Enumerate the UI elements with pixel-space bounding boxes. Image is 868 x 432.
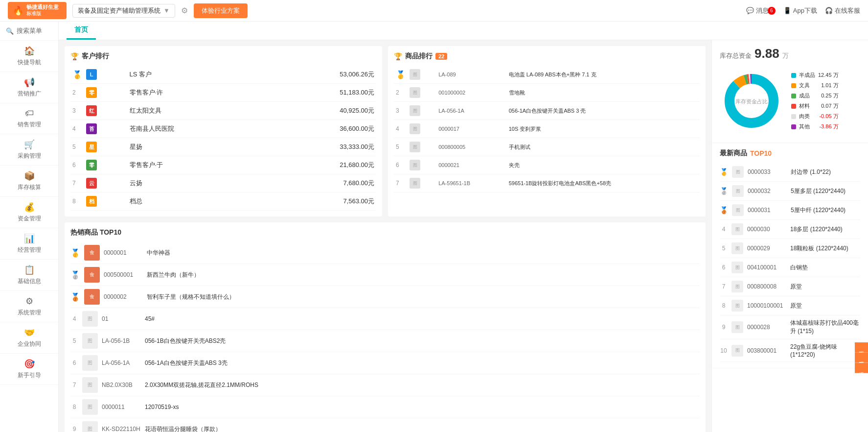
rank-num: 5 <box>70 138 84 156</box>
rank-avatar-cell: 星 <box>84 138 126 156</box>
legend-item: 其他 -3.86 万 <box>791 123 839 130</box>
medal-gold: 🥇 <box>70 248 80 258</box>
hot-code: LA-056-1A <box>102 360 141 366</box>
legend-name: 成品 <box>799 92 818 99</box>
hot-img-placeholder: 图 <box>82 355 98 371</box>
legend-item: 文具 1.01 万 <box>791 82 839 89</box>
np-img: 图 <box>732 166 744 178</box>
prod-code: 001000002 <box>436 84 507 102</box>
legend-name: 文具 <box>799 82 818 89</box>
float-btn-service[interactable]: 客服热线 <box>855 342 868 353</box>
sidebar-item-basic[interactable]: 📋 基础信息 <box>0 260 58 291</box>
sidebar-label: 营销推广 <box>18 90 41 98</box>
sidebar-item-marketing[interactable]: 📢 营销推广 <box>0 72 58 103</box>
rank-avatar-cell: 云 <box>84 174 126 192</box>
corp-icon: 🤝 <box>24 327 35 338</box>
np-name: 18颗粒板 (1220*2440) <box>790 244 860 253</box>
np-code: 0000033 <box>748 168 787 175</box>
sidebar-label: 资金管理 <box>18 215 41 223</box>
legend-value: 0.07 万 <box>821 102 838 110</box>
system-selector[interactable]: 装备及固定资产辅助管理系统 ▼ <box>72 4 175 18</box>
finance-icon: 💰 <box>24 202 35 213</box>
table-row: 3 图 LA-056-1A 056-1A白色按键开关盖ABS 3 壳 <box>394 102 700 120</box>
sidebar-search[interactable]: 🔍 搜索菜单 <box>0 22 58 41</box>
online-service-btn[interactable]: 🎧 在线客服 <box>825 6 860 15</box>
prod-name: 10S 变刹罗浆 <box>507 120 700 138</box>
sidebar-item-operation[interactable]: 📊 经营管理 <box>0 228 58 260</box>
sidebar-label: 企业协同 <box>18 340 41 348</box>
np-code: 004100001 <box>747 264 786 271</box>
rank-name: 云扬 <box>126 174 268 192</box>
search-label: 搜索菜单 <box>17 26 42 35</box>
list-item: 🥈 图 0000032 5厘多层 (1220*2440) <box>720 182 860 201</box>
table-row: 4 图 0000017 10S 变刹罗浆 <box>394 120 700 138</box>
legend-item: 半成品 12.45 万 <box>791 72 839 79</box>
sidebar-item-quick-nav[interactable]: 🏠 快捷导航 <box>0 41 58 72</box>
brand-logo: 🔥 畅捷通好生意 标准版 <box>8 2 67 19</box>
hot-name: 2.0X30MM双搓花轴,搓花直径2.1MM/ROHS <box>145 381 700 389</box>
hot-img-placeholder: 图 <box>82 333 98 349</box>
legend-value: -3.86 万 <box>819 123 838 130</box>
legend-dot <box>791 83 796 88</box>
hot-name: 056-1B白色按键开关壳ABS2壳 <box>145 337 700 345</box>
table-row: 2 零 零售客户·许 51,183.00元 <box>70 84 376 102</box>
rank-avatar: 档 <box>86 196 97 207</box>
np-img: 图 <box>731 223 743 235</box>
table-row: 7 图 LA-59651-1B 59651-1B旋转投影灯电池盒ABS黑色+58… <box>394 174 700 192</box>
hot-code: 01 <box>102 315 141 322</box>
sidebar-item-finance[interactable]: 💰 资金管理 <box>0 197 58 228</box>
home-icon: 🏠 <box>24 46 35 56</box>
sidebar-item-inventory[interactable]: 📦 库存核算 <box>0 166 58 197</box>
prod-code: LA-056-1A <box>436 102 507 120</box>
top-header: 🔥 畅捷通好生意 标准版 装备及固定资产辅助管理系统 ▼ ⚙ 体验行业方案 💬 … <box>0 0 868 22</box>
rank-avatar-cell: 零 <box>84 84 126 102</box>
sidebar-item-guide[interactable]: 🎯 新手引导 <box>0 354 58 385</box>
prod-img: 图 <box>410 69 420 80</box>
brand-name: 畅捷通好生意 <box>26 4 59 10</box>
system-icon: ⚙ <box>25 296 33 307</box>
sidebar-label: 新手引导 <box>18 371 41 380</box>
trial-button[interactable]: 体验行业方案 <box>194 3 248 18</box>
gear-icon[interactable]: ⚙ <box>181 6 188 15</box>
app-download-btn[interactable]: 📱 App下载 <box>783 6 817 15</box>
table-row: 8 档 档总 7,563.00元 <box>70 192 376 211</box>
hot-name: 12070519-xs <box>145 404 700 410</box>
list-item: 🥉 图 0000031 5厘中纤 (1220*2440) <box>720 201 860 220</box>
np-code: 003800001 <box>747 347 786 354</box>
rank-amount: 7,680.00元 <box>268 174 376 192</box>
table-row: 4 苔 苍南县人民医院 36,600.00元 <box>70 120 376 138</box>
guide-icon: 🎯 <box>24 359 35 369</box>
tab-home[interactable]: 首页 <box>67 22 96 40</box>
sidebar: 🔍 搜索菜单 🏠 快捷导航 📢 营销推广 🏷 销售管理 🛒 采购管理 📦 库存核… <box>0 22 59 432</box>
rank-avatar: 云 <box>86 178 97 189</box>
list-item: 7 图 NB2.0X30B 2.0X30MM双搓花轴,搓花直径2.1MM/ROH… <box>70 374 700 396</box>
rank-amount: 7,563.00元 <box>268 192 376 211</box>
inventory-unit: 万 <box>782 51 789 60</box>
hot-code: 0000011 <box>102 404 141 410</box>
list-item: 🥇 食 0000001 中华神器 <box>70 242 700 264</box>
np-code: 0000032 <box>748 188 787 194</box>
message-btn[interactable]: 💬 消息 6 <box>746 6 776 15</box>
hot-img: 食 <box>84 289 100 305</box>
hot-name: 新西兰牛肉（新牛） <box>147 271 700 279</box>
trophy-icon: 🏆 <box>70 52 79 60</box>
rank-num: 8 <box>70 192 84 211</box>
product-ranking-card: 🏆 商品排行 22 🥇 图 LA-089 电池盖 LA-089 ABS本色+黑种… <box>388 46 706 216</box>
prod-img: 图 <box>410 178 420 189</box>
sidebar-item-sales[interactable]: 🏷 销售管理 <box>0 103 58 134</box>
list-item: 🥉 食 0000002 智利车子里（规格不知道填什么） <box>70 286 700 308</box>
float-btn-live[interactable]: 直播 <box>855 363 868 373</box>
rank-avatar-cell: 红 <box>84 102 126 120</box>
list-item: 4 图 01 45# <box>70 308 700 330</box>
np-name: 封边带 (1.0*22) <box>791 168 860 176</box>
prod-img: 图 <box>410 87 420 98</box>
sidebar-item-system[interactable]: ⚙ 系统管理 <box>0 291 58 322</box>
list-item: 10 图 003800001 22g鱼豆腐-烧烤味 (1*12*20) <box>720 339 860 362</box>
rank-avatar-cell: 苔 <box>84 120 126 138</box>
sidebar-item-purchase[interactable]: 🛒 采购管理 <box>0 134 58 166</box>
float-btn-community[interactable]: 服务社区 <box>855 353 868 363</box>
sidebar-item-corp[interactable]: 🤝 企业协同 <box>0 322 58 354</box>
list-item: 5 图 0000029 18颗粒板 (1220*2440) <box>720 239 860 258</box>
rank-avatar: 星 <box>86 142 97 152</box>
hot-rank: 7 <box>70 382 78 388</box>
